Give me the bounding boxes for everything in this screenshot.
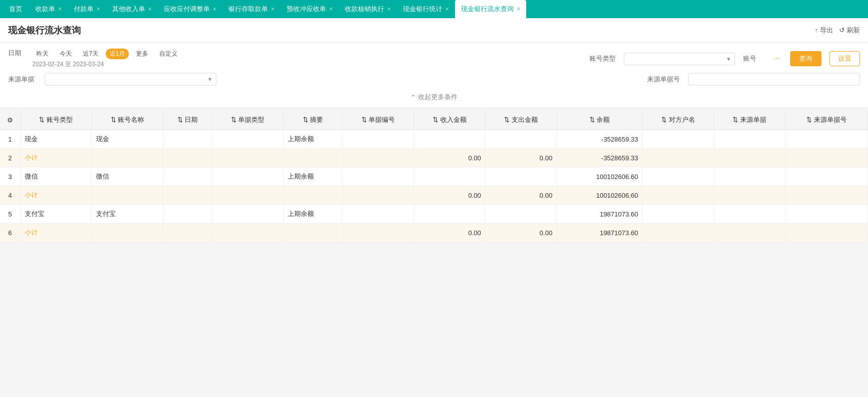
date-opt-yesterday[interactable]: 昨天 bbox=[32, 49, 53, 59]
date-opt-more[interactable]: 更多 bbox=[132, 49, 152, 59]
sort-arrows[interactable]: ⇅ bbox=[177, 116, 183, 123]
nav-tab-yushouquan[interactable]: 预收冲应收单 × bbox=[281, 0, 339, 18]
table-row[interactable]: 4小计0.000.00100102606.60 bbox=[0, 186, 868, 205]
account-dots[interactable]: ··· bbox=[771, 54, 782, 63]
date-options: 昨天 今天 近7天 近1月 更多 自定义 bbox=[32, 49, 181, 59]
col-income: ⇅ 收入金额 bbox=[414, 110, 485, 130]
sort-arrows[interactable]: ⇅ bbox=[733, 116, 738, 123]
close-icon[interactable]: × bbox=[329, 6, 333, 13]
col-date: ⇅ 日期 bbox=[163, 110, 212, 130]
nav-tab-qita[interactable]: 其他收入单 × bbox=[106, 0, 158, 18]
nav-home[interactable]: 首页 bbox=[2, 5, 29, 14]
chevron-down-icon: ▾ bbox=[208, 75, 212, 83]
page-title: 现金银行流水查询 bbox=[8, 24, 81, 36]
table-row[interactable]: 1现金现金上期余额-3528659.33 bbox=[0, 130, 868, 149]
table-body: 1现金现金上期余额-3528659.332小计0.000.00-3528659.… bbox=[0, 130, 868, 242]
sort-arrows[interactable]: ⇅ bbox=[504, 116, 510, 123]
sort-arrows[interactable]: ⇅ bbox=[361, 116, 367, 123]
account-type-select[interactable]: ▾ bbox=[624, 53, 735, 65]
table-container: ⚙ ⇅ 账号类型 ⇅ 账号名称 ⇅ 日期 ⇅ 单据类型 bbox=[0, 110, 868, 242]
nav-tab-yinhangcunqu[interactable]: 银行存取款单 × bbox=[222, 0, 281, 18]
col-counterparty: ⇅ 对方户名 bbox=[643, 110, 714, 130]
date-filter-group: 日期 昨天 今天 近7天 近1月 更多 自定义 2023-02-24 至 202… bbox=[8, 49, 181, 69]
sort-arrows[interactable]: ⇅ bbox=[661, 116, 667, 123]
close-icon[interactable]: × bbox=[387, 6, 391, 13]
settings-button[interactable]: 设置 bbox=[830, 51, 860, 66]
source-doc-label: 来源单据 bbox=[8, 75, 36, 84]
sort-arrows[interactable]: ⇅ bbox=[806, 116, 812, 123]
nav-tab-shoukuanhexiao[interactable]: 收款核销执行 × bbox=[339, 0, 397, 18]
date-label: 日期 bbox=[8, 49, 28, 58]
col-doc-num: ⇅ 单据编号 bbox=[343, 110, 414, 130]
close-icon[interactable]: × bbox=[445, 6, 449, 13]
source-doc-num-label: 来源单据号 bbox=[647, 75, 680, 84]
nav-tab-fukuan[interactable]: 付款单 × bbox=[68, 0, 106, 18]
table-row[interactable]: 3微信微信上期余额100102606.60 bbox=[0, 167, 868, 186]
nav-tab-yingshouyingfu[interactable]: 应收应付调整单 × bbox=[158, 0, 222, 18]
export-button[interactable]: ↑ 导出 bbox=[815, 26, 834, 35]
filter-row-date: 日期 昨天 今天 近7天 近1月 更多 自定义 2023-02-24 至 202… bbox=[8, 49, 860, 69]
close-icon[interactable]: × bbox=[58, 6, 62, 13]
filter-area: 日期 昨天 今天 近7天 近1月 更多 自定义 2023-02-24 至 202… bbox=[0, 42, 868, 108]
source-doc-select[interactable]: ▾ bbox=[44, 73, 216, 85]
table-header: ⚙ ⇅ 账号类型 ⇅ 账号名称 ⇅ 日期 ⇅ 单据类型 bbox=[0, 110, 868, 130]
nav-tab-liushui[interactable]: 现金银行流水查询 × bbox=[455, 0, 526, 18]
source-doc-num-input[interactable] bbox=[688, 73, 860, 85]
collapse-icon: ⌃ bbox=[410, 94, 416, 101]
account-label: 账号 bbox=[743, 54, 763, 63]
date-opt-7days[interactable]: 近7天 bbox=[79, 49, 103, 59]
refresh-icon: ↺ bbox=[839, 26, 845, 34]
collapse-bar[interactable]: ⌃ 收起更多条件 bbox=[8, 90, 860, 102]
account-type-label: 账号类型 bbox=[589, 54, 616, 63]
close-icon[interactable]: × bbox=[213, 6, 216, 13]
col-balance: ⇅ 余额 bbox=[557, 110, 643, 130]
filter-row-source: 来源单据 ▾ 来源单据号 bbox=[8, 73, 860, 85]
col-account-name: ⇅ 账号名称 bbox=[92, 110, 163, 130]
col-account-type: ⇅ 账号类型 bbox=[20, 110, 92, 130]
export-icon: ↑ bbox=[815, 26, 818, 34]
sort-arrows[interactable]: ⇅ bbox=[303, 116, 308, 123]
close-icon[interactable]: × bbox=[148, 6, 152, 13]
close-icon[interactable]: × bbox=[97, 6, 100, 13]
sort-arrows[interactable]: ⇅ bbox=[231, 116, 237, 123]
gear-icon[interactable]: ⚙ bbox=[7, 116, 13, 124]
date-opt-today[interactable]: 今天 bbox=[56, 49, 76, 59]
col-expense: ⇅ 支出金额 bbox=[485, 110, 557, 130]
page-header: 现金银行流水查询 ↑ 导出 ↺ 刷新 bbox=[0, 18, 868, 42]
sort-arrows[interactable]: ⇅ bbox=[111, 116, 116, 123]
table-row[interactable]: 2小计0.000.00-3528659.33 bbox=[0, 149, 868, 167]
table-row[interactable]: 5支付宝支付宝上期余额19871073.60 bbox=[0, 205, 868, 224]
sort-arrows[interactable]: ⇅ bbox=[39, 116, 44, 123]
close-icon[interactable]: × bbox=[271, 6, 275, 13]
col-source-doc-num: ⇅ 来源单据号 bbox=[785, 110, 867, 130]
date-range: 2023-02-24 至 2023-03-24 bbox=[32, 60, 181, 69]
col-summary: ⇅ 摘要 bbox=[284, 110, 343, 130]
collapse-label: 收起更多条件 bbox=[418, 93, 458, 102]
nav-tab-xianjinyinhang[interactable]: 现金银行统计 × bbox=[397, 0, 455, 18]
header-actions: ↑ 导出 ↺ 刷新 bbox=[815, 26, 860, 35]
close-icon[interactable]: × bbox=[517, 6, 520, 13]
col-gear[interactable]: ⚙ bbox=[0, 110, 20, 130]
query-button[interactable]: 查询 bbox=[790, 51, 821, 66]
date-opt-1month[interactable]: 近1月 bbox=[106, 49, 129, 59]
top-nav: 首页 收款单 × 付款单 × 其他收入单 × 应收应付调整单 × 银行存取款单 … bbox=[0, 0, 868, 18]
date-opt-custom[interactable]: 自定义 bbox=[155, 49, 181, 59]
date-options-wrapper: 昨天 今天 近7天 近1月 更多 自定义 2023-02-24 至 2023-0… bbox=[32, 49, 181, 69]
main-table: ⚙ ⇅ 账号类型 ⇅ 账号名称 ⇅ 日期 ⇅ 单据类型 bbox=[0, 110, 868, 242]
table-row[interactable]: 6小计0.000.0019871073.60 bbox=[0, 224, 868, 242]
sort-arrows[interactable]: ⇅ bbox=[433, 116, 438, 123]
col-doc-type: ⇅ 单据类型 bbox=[212, 110, 284, 130]
col-source-doc: ⇅ 来源单据 bbox=[714, 110, 785, 130]
sort-arrows[interactable]: ⇅ bbox=[589, 116, 595, 123]
refresh-button[interactable]: ↺ 刷新 bbox=[839, 26, 860, 35]
nav-tab-shoukuan[interactable]: 收款单 × bbox=[29, 0, 68, 18]
chevron-down-icon: ▾ bbox=[727, 55, 730, 63]
